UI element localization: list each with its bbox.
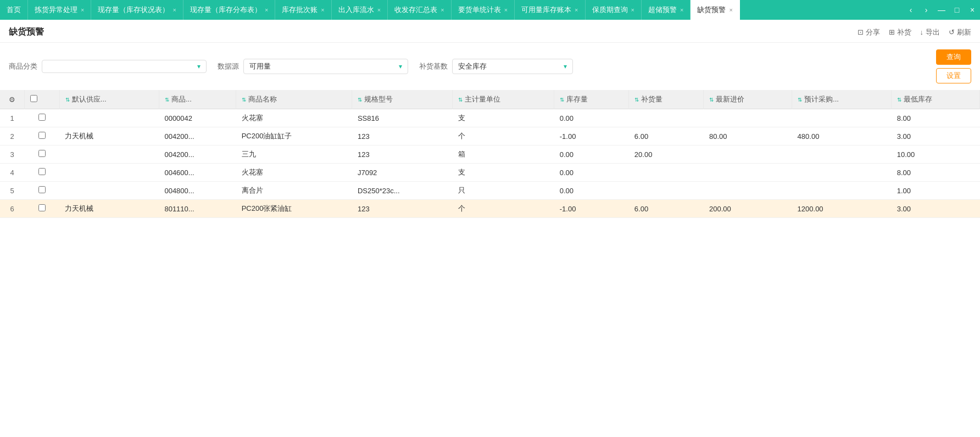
row-replenish-qty: 6.00 [629, 127, 704, 145]
refresh-button[interactable]: ↺ 刷新 [949, 27, 971, 37]
row-product-code: 004200... [159, 145, 236, 164]
window-close[interactable]: × [965, 0, 980, 20]
row-estimated-purchase [792, 182, 892, 200]
tab-stock-dist[interactable]: 现存量（库存分布表） × [183, 0, 275, 20]
tab-close-inout[interactable]: × [377, 7, 381, 13]
replenish-base-value: 安全库存 [458, 61, 487, 71]
row-latest-price: 80.00 [704, 127, 792, 145]
row-checkbox[interactable] [38, 204, 46, 211]
th-product-name: ⇅ 商品名称 [236, 90, 352, 109]
tab-overstock[interactable]: 超储预警 × [642, 0, 691, 20]
row-num: 3 [0, 145, 24, 164]
tab-bar-right: ‹ › — □ × [903, 0, 980, 20]
tab-summary[interactable]: 收发存汇总表 × [388, 0, 451, 20]
row-stock: -1.00 [554, 127, 629, 145]
sort-icon-spec[interactable]: ⇅ [358, 97, 362, 103]
row-replenish-qty [629, 109, 704, 127]
row-product-code: 801110... [159, 200, 236, 218]
tab-close-batch[interactable]: × [321, 7, 324, 13]
row-replenish-qty: 20.00 [629, 145, 704, 164]
tab-close-stock-status[interactable]: × [172, 7, 176, 13]
sort-icon-product-name[interactable]: ⇅ [242, 97, 246, 103]
row-num: 4 [0, 164, 24, 182]
table-row: 1 0000042 火花塞 SS816 支 0.00 8.00 [0, 109, 980, 127]
tab-close-requisition[interactable]: × [504, 7, 508, 13]
sort-icon-product-code[interactable]: ⇅ [165, 97, 169, 103]
row-checkbox[interactable] [38, 150, 46, 157]
tab-scroll-right[interactable]: › [918, 0, 934, 20]
tab-close-stock-dist[interactable]: × [265, 7, 268, 13]
tab-batch[interactable]: 库存批次账 × [275, 0, 331, 20]
tab-close-pick-error[interactable]: × [81, 7, 84, 13]
row-unit: 只 [453, 182, 554, 200]
export-button[interactable]: ↓ 导出 [920, 27, 940, 37]
row-supplier [59, 145, 159, 164]
sort-icon-estimated-purchase[interactable]: ⇅ [798, 97, 802, 103]
row-checkbox[interactable] [38, 168, 46, 175]
tab-close-expiry[interactable]: × [631, 7, 634, 13]
tab-close-shortage[interactable]: × [729, 7, 732, 13]
th-replenish-qty: ⇅ 补货量 [629, 90, 704, 109]
tab-close-summary[interactable]: × [441, 7, 444, 13]
row-min-stock: 3.00 [892, 127, 980, 145]
sort-icon-supplier[interactable]: ⇅ [65, 97, 70, 103]
row-product-name: 三九 [236, 145, 352, 164]
query-button[interactable]: 查询 [936, 49, 971, 65]
row-min-stock: 8.00 [892, 109, 980, 127]
row-product-name: 火花塞 [236, 109, 352, 127]
datasource-filter: 数据源 可用量 ▾ [218, 59, 408, 74]
category-select[interactable]: ▾ [42, 60, 207, 73]
row-checkbox-cell [24, 164, 59, 182]
table-body: 1 0000042 火花塞 SS816 支 0.00 8.00 2 力天机械 0… [0, 109, 980, 218]
tab-home[interactable]: 首页 [0, 0, 28, 20]
tab-expiry[interactable]: 保质期查询 × [586, 0, 642, 20]
setting-button[interactable]: 设置 [936, 68, 971, 83]
row-product-name: PC200油缸缸子 [236, 127, 352, 145]
gear-icon[interactable]: ⚙ [9, 96, 15, 104]
share-button[interactable]: ⊡ 分享 [858, 27, 880, 37]
replenish-button[interactable]: ⊞ 补货 [889, 27, 911, 37]
sort-icon-unit[interactable]: ⇅ [458, 97, 463, 103]
row-latest-price [704, 164, 792, 182]
tab-available[interactable]: 可用量库存账本 × [515, 0, 585, 20]
category-label: 商品分类 [9, 61, 37, 71]
row-replenish-qty [629, 182, 704, 200]
tab-close-overstock[interactable]: × [680, 7, 683, 13]
row-checkbox-cell [24, 182, 59, 200]
table-row: 5 004800... 离合片 DS250*23c... 只 0.00 1.00 [0, 182, 980, 200]
row-spec: 123 [352, 200, 453, 218]
tab-close-available[interactable]: × [575, 7, 578, 13]
row-product-code: 004600... [159, 164, 236, 182]
row-unit: 个 [453, 127, 554, 145]
row-spec: J7092 [352, 164, 453, 182]
row-product-code: 0000042 [159, 109, 236, 127]
row-estimated-purchase: 1200.00 [792, 200, 892, 218]
tab-scroll-left[interactable]: ‹ [903, 0, 918, 20]
th-spec: ⇅ 规格型号 [352, 90, 453, 109]
row-checkbox[interactable] [38, 186, 46, 193]
tab-inout[interactable]: 出入库流水 × [332, 0, 388, 20]
row-stock: 0.00 [554, 182, 629, 200]
row-product-code: 004200... [159, 127, 236, 145]
sort-icon-stock[interactable]: ⇅ [560, 97, 564, 103]
row-spec: SS816 [352, 109, 453, 127]
tab-requisition[interactable]: 要货单统计表 × [452, 0, 515, 20]
row-checkbox-cell [24, 200, 59, 218]
row-checkbox[interactable] [38, 114, 46, 121]
row-checkbox[interactable] [38, 132, 46, 139]
tab-pick-error[interactable]: 拣货异常处理 × [28, 0, 91, 20]
select-all-checkbox[interactable] [30, 95, 37, 102]
replenish-base-select[interactable]: 安全库存 ▾ [452, 59, 573, 74]
sort-icon-latest-price[interactable]: ⇅ [709, 97, 714, 103]
row-supplier: 力天机械 [59, 127, 159, 145]
window-minimize[interactable]: — [934, 0, 949, 20]
datasource-select[interactable]: 可用量 ▾ [243, 59, 408, 74]
tab-stock-status[interactable]: 现存量（库存状况表） × [91, 0, 183, 20]
sort-icon-replenish-qty[interactable]: ⇅ [634, 97, 639, 103]
sort-icon-min-stock[interactable]: ⇅ [897, 97, 901, 103]
tab-shortage[interactable]: 缺货预警 × [691, 0, 739, 20]
row-estimated-purchase [792, 109, 892, 127]
window-maximize[interactable]: □ [949, 0, 965, 20]
row-num: 1 [0, 109, 24, 127]
row-num: 2 [0, 127, 24, 145]
